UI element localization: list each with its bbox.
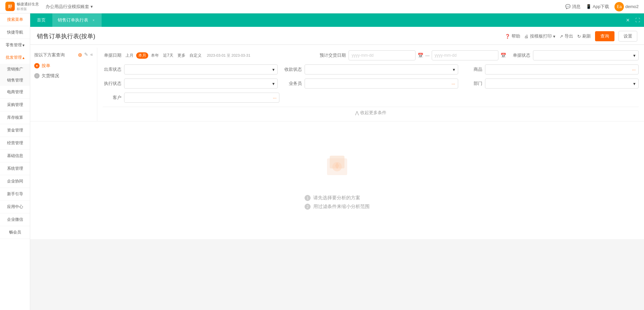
sidebar-item-wholesale[interactable]: 批发管理 ▴ — [0, 51, 30, 64]
scheme-item-欠货[interactable]: ○ 欠货情况 — [30, 71, 97, 81]
sidebar-item-retail[interactable]: 零售管理 ▾ — [0, 39, 30, 51]
tab-close-btn[interactable]: × — [91, 17, 96, 23]
export-button[interactable]: ↗ 导出 — [559, 33, 573, 39]
settings-label: 设置 — [624, 33, 632, 39]
sidebar-item-marketing[interactable]: 营销推广 — [0, 64, 30, 75]
step-1-num: 1 — [305, 195, 311, 201]
empty-step-1: 1 请先选择要分析的方案 — [305, 195, 370, 201]
sidebar-item-operation[interactable]: 经营管理 — [0, 137, 30, 150]
industry-select[interactable]: 办公用品行业模拟账套 ▾ — [46, 4, 93, 10]
tab-bar: 首页 销售订单执行表 × ✕ ⛶ — [30, 13, 644, 27]
logo-text-area: 畅捷通好生意 标准版 — [17, 2, 39, 11]
filter-row-1: 单据日期 上月 本月 本年 近7天 更多 自定义 2023-03-01 至 20… — [103, 50, 639, 60]
message-action[interactable]: 💬 消息 — [565, 4, 581, 10]
sidebar-item-finance[interactable]: 资金管理 — [0, 124, 30, 137]
sidebar-item-newbie[interactable]: 新手引导 — [0, 188, 30, 201]
customer-select[interactable]: ··· — [124, 93, 279, 103]
filter-field-execution: 执行状态 ▾ — [103, 79, 278, 89]
date-btn-this-year[interactable]: 本年 — [150, 52, 160, 59]
salesperson-label: 业务员 — [283, 81, 302, 87]
outbound-label: 出库状态 — [103, 66, 121, 72]
page-header: 销售订单执行表(按单) ❓ 帮助 🖨 按模板打印 ▾ ↗ — [30, 27, 644, 44]
collapse-sidebar-icon[interactable]: « — [90, 52, 93, 58]
filter-row-3: 执行状态 ▾ 业务员 ··· — [103, 79, 639, 89]
top-bar-center: 办公用品行业模拟账套 ▾ — [39, 4, 565, 10]
date-btn-this-month[interactable]: 本月 — [136, 52, 148, 59]
top-bar-left: 好 畅捷通好生意 标准版 — [5, 2, 39, 11]
settings-button[interactable]: 设置 — [619, 31, 637, 42]
tab-home[interactable]: 首页 — [30, 13, 52, 27]
sidebar-item-enterprise[interactable]: 企业协同 — [0, 175, 30, 188]
user-area[interactable]: Ea demo2 — [614, 2, 639, 11]
sidebar-item-ecommerce[interactable]: 电商管理 — [0, 86, 30, 99]
sidebar-item-quick-nav[interactable]: 快捷导航 — [0, 26, 30, 39]
status-label: 单据状态 — [512, 52, 530, 58]
page-actions: ❓ 帮助 🖨 按模板打印 ▾ ↗ 导出 ↻ — [505, 31, 637, 42]
username: demo2 — [625, 4, 639, 9]
sidebar-item-purchase[interactable]: 采购管理 — [0, 99, 30, 111]
salesperson-select[interactable]: ··· — [305, 79, 458, 89]
sidebar-item-system[interactable]: 系统管理 — [0, 162, 30, 175]
add-scheme-icon[interactable]: ⊕ — [78, 52, 82, 58]
department-label: 部门 — [464, 81, 482, 87]
date-btn-last-month[interactable]: 上月 — [124, 52, 135, 59]
department-select[interactable]: ▾ — [485, 79, 639, 89]
refresh-button[interactable]: ↻ 刷新 — [577, 33, 591, 39]
scheme-item-按单[interactable]: ● 按单 — [30, 61, 97, 71]
logo-icon: 好 — [5, 2, 15, 11]
app-download-label: App下载 — [593, 4, 609, 10]
print-button[interactable]: 🖨 按模板打印 ▾ — [524, 33, 555, 39]
expected-date-end[interactable]: yyyy-mm-dd — [432, 50, 498, 60]
date-start-placeholder: yyyy-mm-dd — [352, 53, 373, 58]
customer-label: 客户 — [103, 95, 121, 101]
collapse-label: 收起更多条件 — [360, 110, 386, 116]
date-separator: — — [425, 53, 430, 58]
top-bar: 好 畅捷通好生意 标准版 办公用品行业模拟账套 ▾ 💬 消息 📱 App下载 E… — [0, 0, 644, 13]
sidebar-item-base[interactable]: 基础信息 — [0, 150, 30, 162]
collapse-arrow-icon: ⋀ — [355, 110, 359, 115]
tab-minimize-icon[interactable]: ✕ — [625, 16, 631, 24]
filter-row-2: 出库状态 ▾ 收款状态 ▾ — [103, 64, 639, 74]
execution-chevron-icon: ▾ — [272, 81, 275, 86]
collection-label: 收款状态 — [283, 66, 302, 72]
print-label: 按模板打印 — [530, 33, 552, 39]
filter-sidebar-icons: ⊕ ✎ « — [78, 52, 93, 58]
execution-select[interactable]: ▾ — [124, 79, 278, 89]
filter-field-status: 单据状态 ▾ — [512, 50, 639, 60]
tab-expand-icon[interactable]: ⛶ — [634, 16, 641, 24]
date-btn-custom[interactable]: 自定义 — [188, 52, 203, 59]
empty-steps: 1 请先选择要分析的方案 2 用过滤条件来缩小分析范围 — [305, 195, 370, 212]
sidebar-item-search[interactable]: 搜索菜单 — [0, 13, 30, 26]
tab-bar-right: ✕ ⛶ — [625, 16, 644, 24]
expected-date-start[interactable]: yyyy-mm-dd — [348, 50, 415, 60]
scheme-label-按单: 按单 — [42, 63, 50, 69]
collection-select[interactable]: ▾ — [305, 64, 458, 74]
filter-row-4: 客户 ··· — [103, 93, 639, 103]
sidebar-item-member[interactable]: 畅会员 — [0, 226, 30, 239]
collapse-button[interactable]: ⋀ 收起更多条件 — [103, 107, 639, 118]
query-button[interactable]: 查询 — [595, 31, 614, 41]
calendar-end-icon[interactable]: 📅 — [500, 53, 506, 58]
sidebar-item-wechat[interactable]: 企业微信 — [0, 213, 30, 226]
chevron-up-icon: ▴ — [22, 55, 24, 60]
date-btn-7days[interactable]: 近7天 — [162, 52, 175, 59]
date-btn-more[interactable]: 更多 — [176, 52, 187, 59]
status-select[interactable]: ▾ — [533, 50, 639, 60]
filter-field-department: 部门 ▾ — [464, 79, 639, 89]
print-icon: 🖨 — [524, 34, 529, 39]
app-download-action[interactable]: 📱 App下载 — [586, 4, 609, 10]
content-area: 首页 销售订单执行表 × ✕ ⛶ 销售订单执行表(按单) ❓ — [30, 13, 644, 310]
edit-scheme-icon[interactable]: ✎ — [84, 52, 88, 58]
help-button[interactable]: ❓ 帮助 — [505, 33, 520, 39]
sidebar-item-appstore[interactable]: 应用中心 — [0, 201, 30, 213]
tab-sales-order[interactable]: 销售订单执行表 × — [52, 13, 102, 27]
outbound-select[interactable]: ▾ — [124, 64, 278, 74]
goods-select[interactable]: ··· — [485, 64, 639, 74]
sidebar-item-inventory[interactable]: 库存核算 — [0, 111, 30, 124]
date-label: 单据日期 — [103, 52, 121, 58]
print-chevron-icon: ▾ — [553, 34, 555, 39]
sidebar-item-sales-mgmt[interactable]: 销售管理 — [0, 75, 30, 86]
calendar-start-icon[interactable]: 📅 — [418, 53, 423, 58]
empty-icon — [320, 148, 354, 188]
logo-text: 畅捷通好生意 — [17, 2, 39, 6]
